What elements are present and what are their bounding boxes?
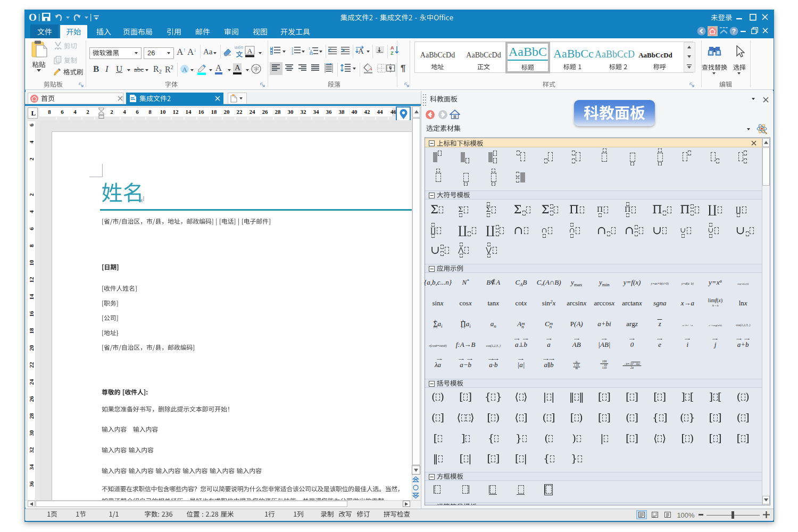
- svg-text:A: A: [358, 47, 364, 55]
- svg-text:A: A: [182, 65, 187, 73]
- svg-text:¶: ¶: [389, 65, 392, 71]
- svg-text:A: A: [247, 47, 253, 55]
- svg-text:A: A: [390, 45, 394, 51]
- svg-text:?: ?: [732, 28, 736, 35]
- svg-text:A: A: [310, 49, 312, 53]
- svg-text:wén: wén: [235, 45, 243, 50]
- svg-text:3: 3: [292, 52, 293, 55]
- svg-text:Z: Z: [390, 51, 394, 55]
